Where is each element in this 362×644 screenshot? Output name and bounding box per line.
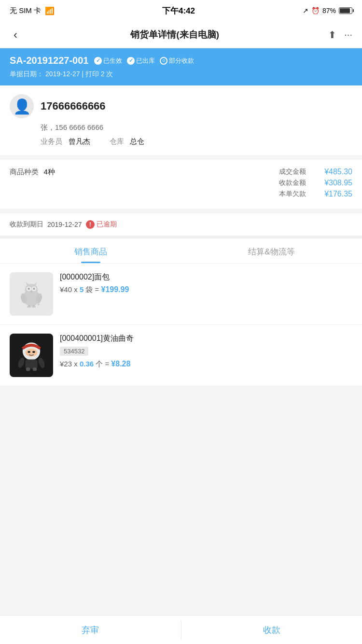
svg-point-24 — [37, 357, 46, 369]
product-price-row-1: ¥40 x 5 袋 = ¥199.99 — [60, 285, 352, 294]
product-qty-2: 0.36 — [80, 360, 94, 368]
status-badge-effective: ✓ 已生效 — [94, 56, 122, 65]
received-value: ¥308.95 — [314, 179, 352, 187]
carrier-text: 无 SIM 卡 — [10, 6, 41, 15]
product-price-row-2: ¥23 x 0.36 个 = ¥8.28 — [60, 360, 352, 369]
sales-label: 业务员 曾凡杰 — [41, 137, 90, 146]
nav-actions: ⬆ ··· — [328, 29, 352, 41]
product-name-1: [0000002]面包 — [60, 272, 352, 282]
customer-meta: 业务员 曾凡杰 仓库 总仓 — [41, 137, 352, 146]
status-shipped-label: 已出库 — [136, 56, 155, 65]
summary-right: 成交金额 ¥485.30 收款金额 ¥308.95 本单欠款 ¥176.35 — [279, 168, 352, 201]
back-button[interactable]: ‹ — [10, 24, 21, 45]
due-label: 收款到期日 — [10, 220, 43, 229]
summary-section: 商品种类 4种 成交金额 ¥485.30 收款金额 ¥308.95 本单欠款 ¥… — [0, 160, 362, 209]
customer-row: 👤 17666666666 — [10, 94, 352, 118]
status-badge-shipped: ✓ 已出库 — [127, 56, 155, 65]
amount-row-3: 本单欠款 ¥176.35 — [279, 190, 352, 198]
summary-row: 商品种类 4种 成交金额 ¥485.30 收款金额 ¥308.95 本单欠款 ¥… — [10, 168, 352, 201]
status-right: ↗ ⏰ 87% — [303, 7, 352, 14]
status-badges: ✓ 已生效 ✓ 已出库 ⊙ 部分收款 — [94, 56, 194, 65]
product-name-2: [000400001]黄油曲奇 — [60, 334, 352, 344]
time-display: 下午4:42 — [162, 5, 195, 16]
svg-rect-26 — [33, 367, 37, 371]
sales-value: 曾凡杰 — [69, 137, 90, 145]
status-effective-label: 已生效 — [103, 56, 122, 65]
print-info: | 打印 2 次 — [82, 70, 113, 78]
status-bar: 无 SIM 卡 📶 下午4:42 ↗ ⏰ 87% — [0, 0, 362, 21]
order-date: 2019-12-27 — [45, 70, 80, 78]
battery-text: 87% — [322, 7, 336, 14]
overdue-badge: ! 已逾期 — [86, 220, 117, 229]
date-label: 单据日期： — [10, 70, 43, 78]
order-id: SA-20191227-001 — [10, 55, 88, 66]
share-button[interactable]: ⬆ — [328, 29, 336, 41]
svg-point-4 — [28, 288, 30, 290]
product-thumbnail-2 — [10, 334, 53, 377]
nav-bar: ‹ 销货单详情(来自电脑) ⬆ ··· — [0, 21, 362, 48]
received-label: 收款金额 — [279, 179, 306, 187]
customer-section: 👤 17666666666 张，156 6666 6666 业务员 曾凡杰 仓库… — [0, 85, 362, 155]
clock-icon: ⊙ — [160, 57, 167, 65]
customer-name: 张，156 6666 6666 — [41, 123, 352, 132]
location-icon: ↗ — [303, 7, 308, 14]
status-badge-partial: ⊙ 部分收款 — [160, 56, 194, 65]
amount-row-2: 收款金额 ¥308.95 — [279, 179, 352, 187]
more-button[interactable]: ··· — [344, 29, 352, 40]
product-tag-2: 534532 — [60, 347, 88, 356]
warehouse-value: 总仓 — [130, 137, 144, 145]
ninja-icon — [14, 338, 48, 372]
svg-marker-8 — [34, 282, 37, 285]
avatar: 👤 — [10, 94, 34, 118]
order-header-top: SA-20191227-001 ✓ 已生效 ✓ 已出库 ⊙ 部分收款 — [10, 55, 352, 66]
types-label: 商品种类 — [10, 168, 39, 176]
svg-text:+: + — [37, 302, 40, 307]
svg-rect-22 — [25, 359, 37, 369]
confirm-button[interactable]: 收款 — [181, 616, 362, 644]
wifi-icon: 📶 — [45, 6, 55, 15]
amount-label: 成交金额 — [279, 168, 306, 176]
product-total-1: ¥199.99 — [101, 285, 129, 294]
owl-icon: + — [17, 280, 46, 308]
amount-row-1: 成交金额 ¥485.30 — [279, 168, 352, 176]
svg-rect-25 — [26, 367, 30, 371]
battery-icon — [339, 7, 352, 14]
status-partial-label: 部分收款 — [169, 56, 194, 65]
svg-marker-7 — [26, 282, 29, 285]
amount-value: ¥485.30 — [314, 168, 352, 176]
tab-sales-products[interactable]: 销售商品 — [0, 238, 181, 263]
svg-point-20 — [28, 351, 30, 353]
customer-phone: 17666666666 — [41, 100, 106, 112]
list-item: [000400001]黄油曲奇 534532 ¥23 x 0.36 个 = ¥8… — [0, 325, 362, 386]
check-icon-2: ✓ — [127, 57, 135, 65]
bottom-bar: 弃审 收款 — [0, 615, 362, 644]
overdue-text: 已逾期 — [97, 220, 117, 229]
check-icon-1: ✓ — [94, 57, 102, 65]
svg-point-23 — [17, 357, 26, 369]
alarm-icon: ⏰ — [311, 7, 320, 14]
summary-left: 商品种类 4种 — [10, 168, 55, 177]
cancel-button[interactable]: 弃审 — [0, 616, 181, 644]
due-section: 收款到期日 2019-12-27 ! 已逾期 — [0, 213, 362, 238]
product-thumbnail-1: + — [10, 272, 53, 316]
status-left: 无 SIM 卡 📶 — [10, 6, 55, 15]
overdue-dot: ! — [86, 220, 95, 229]
warehouse-label: 仓库 总仓 — [110, 137, 145, 146]
order-header: SA-20191227-001 ✓ 已生效 ✓ 已出库 ⊙ 部分收款 单据日期：… — [0, 48, 362, 85]
products-section: + [0000002]面包 ¥40 x 5 袋 = ¥199.99 — [0, 264, 362, 386]
types-count: 4种 — [43, 168, 55, 176]
product-qty-1: 5 — [80, 285, 84, 294]
svg-point-21 — [32, 351, 35, 353]
due-date: 2019-12-27 — [47, 221, 82, 228]
product-info-1: [0000002]面包 ¥40 x 5 袋 = ¥199.99 — [60, 272, 352, 294]
page-title: 销货单详情(来自电脑) — [130, 28, 219, 41]
owed-label: 本单欠款 — [279, 190, 306, 198]
order-date-line: 单据日期： 2019-12-27 | 打印 2 次 — [10, 70, 352, 79]
product-total-2: ¥8.28 — [111, 360, 130, 368]
avatar-icon: 👤 — [13, 98, 31, 115]
list-item: + [0000002]面包 ¥40 x 5 袋 = ¥199.99 — [0, 264, 362, 325]
owed-value: ¥176.35 — [314, 190, 352, 198]
tab-settlement[interactable]: 结算&物流等 — [181, 238, 362, 263]
svg-point-5 — [33, 288, 35, 290]
product-info-2: [000400001]黄油曲奇 534532 ¥23 x 0.36 个 = ¥8… — [60, 334, 352, 369]
